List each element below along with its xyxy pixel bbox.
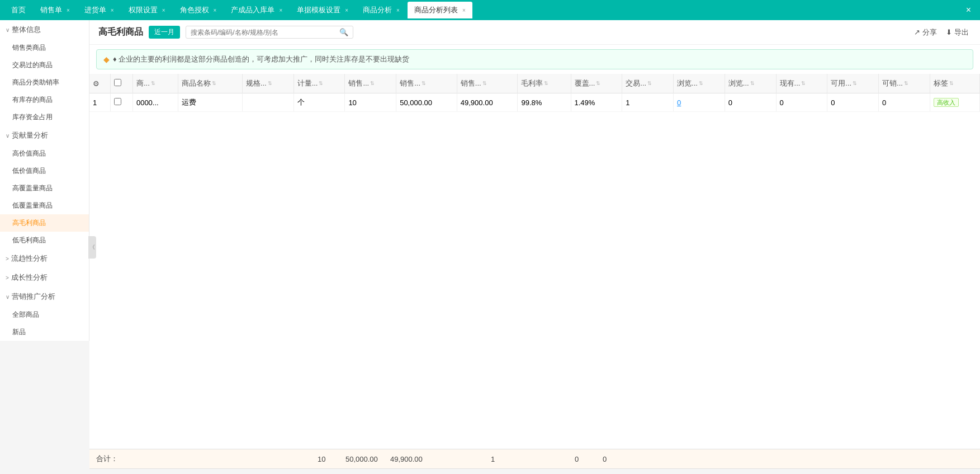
sort-icon-spec[interactable]: ⇅ bbox=[268, 81, 272, 86]
sidebar-item-4-0[interactable]: 全部商品 bbox=[0, 306, 89, 323]
footer-cell-5 bbox=[286, 455, 314, 463]
col-header-checkbox[interactable] bbox=[111, 74, 133, 93]
footer-cell-4 bbox=[253, 455, 286, 463]
sidebar-collapse-button[interactable]: 《 bbox=[88, 236, 96, 259]
nav-item-2[interactable]: 进货单× bbox=[78, 2, 121, 18]
nav-close-icon-2[interactable]: × bbox=[111, 7, 114, 13]
col-header-browse2[interactable]: 浏览...⇅ bbox=[725, 74, 776, 93]
col-header-coverage[interactable]: 覆盖...⇅ bbox=[571, 74, 622, 93]
nav-item-8[interactable]: 商品分析列表× bbox=[408, 2, 472, 18]
cell-link-browse1[interactable]: 0 bbox=[677, 98, 681, 107]
col-header-current_stock[interactable]: 现有...⇅ bbox=[776, 74, 827, 93]
sidebar: ∨整体信息销售类商品交易过的商品商品分类助销率有库存的商品库存资金占用∨贡献量分… bbox=[0, 20, 89, 341]
col-header-settings[interactable]: ⚙ bbox=[89, 74, 111, 93]
col-label-transaction: 交易... bbox=[626, 78, 646, 88]
sort-icon-sellable_stock[interactable]: ⇅ bbox=[904, 81, 908, 86]
sort-icon-available_stock[interactable]: ⇅ bbox=[853, 81, 857, 86]
nav-close-icon-1[interactable]: × bbox=[67, 7, 70, 13]
sort-icon-name[interactable]: ⇅ bbox=[212, 81, 216, 86]
export-button[interactable]: ⬇ 导出 bbox=[944, 26, 971, 39]
sort-icon-sales_qty[interactable]: ⇅ bbox=[370, 81, 375, 86]
sidebar-item-0-0[interactable]: 销售类商品 bbox=[0, 39, 89, 57]
col-label-sellable_stock: 可销... bbox=[882, 78, 903, 88]
share-button[interactable]: ↗ 分享 bbox=[912, 26, 939, 39]
col-header-sales_amount[interactable]: 销售...⇅ bbox=[396, 74, 457, 93]
col-header-sales_profit[interactable]: 销售...⇅ bbox=[457, 74, 518, 93]
sort-icon-current_stock[interactable]: ⇅ bbox=[801, 81, 806, 86]
nav-close-icon-4[interactable]: × bbox=[214, 7, 217, 13]
col-header-code[interactable]: 商...⇅ bbox=[132, 74, 178, 93]
search-icon[interactable]: 🔍 bbox=[339, 28, 348, 36]
sort-icon-coverage[interactable]: ⇅ bbox=[596, 81, 600, 86]
col-header-sales_qty[interactable]: 销售...⇅ bbox=[345, 74, 396, 93]
sort-icon-browse1[interactable]: ⇅ bbox=[699, 81, 703, 86]
col-header-transaction[interactable]: 交易...⇅ bbox=[622, 74, 674, 93]
col-header-available_stock[interactable]: 可用...⇅ bbox=[827, 74, 879, 93]
sidebar-item-1-3[interactable]: 低覆盖量商品 bbox=[0, 197, 89, 214]
col-header-gross_margin[interactable]: 毛利率⇅ bbox=[518, 74, 571, 93]
sort-icon-gross_margin[interactable]: ⇅ bbox=[544, 81, 548, 86]
nav-close-icon-8[interactable]: × bbox=[462, 7, 466, 13]
sidebar-item-1-4[interactable]: 高毛利商品 bbox=[0, 214, 89, 232]
bottom-scrollbar[interactable] bbox=[89, 468, 980, 474]
nav-item-5[interactable]: 产成品入库单× bbox=[224, 2, 289, 18]
sidebar-section-0[interactable]: ∨整体信息 bbox=[0, 20, 89, 39]
row-checkbox-0[interactable] bbox=[114, 98, 121, 105]
sidebar-item-1-5[interactable]: 低毛利商品 bbox=[0, 232, 89, 249]
nav-item-6[interactable]: 单据模板设置× bbox=[290, 2, 355, 18]
sort-icon-code[interactable]: ⇅ bbox=[151, 81, 155, 86]
sidebar-item-0-2[interactable]: 商品分类助销率 bbox=[0, 74, 89, 91]
nav-item-1[interactable]: 销售单× bbox=[34, 2, 77, 18]
nav-item-3[interactable]: 权限设置× bbox=[122, 2, 172, 18]
time-filter-button[interactable]: 近一月 bbox=[149, 26, 180, 39]
col-header-sellable_stock[interactable]: 可销...⇅ bbox=[879, 74, 930, 93]
content-area: 高毛利商品 近一月 🔍 ↗ 分享 ⬇ 导出 ◆ ♦ 企业的主要的利润都是这部分商… bbox=[89, 20, 980, 474]
cell-current_stock: 0 bbox=[776, 93, 827, 112]
sidebar-item-1-0[interactable]: 高价值商品 bbox=[0, 145, 89, 162]
sidebar-section-2[interactable]: >流趋性分析 bbox=[0, 249, 89, 268]
cell-browse2: 0 bbox=[725, 93, 776, 112]
nav-item-7[interactable]: 商品分析× bbox=[356, 2, 406, 18]
sort-icon-unit[interactable]: ⇅ bbox=[319, 81, 323, 86]
col-header-spec[interactable]: 规格...⇅ bbox=[242, 74, 293, 93]
sidebar-item-0-4[interactable]: 库存资金占用 bbox=[0, 109, 89, 126]
col-header-browse1[interactable]: 浏览...⇅ bbox=[674, 74, 725, 93]
nav-item-4[interactable]: 角色授权× bbox=[173, 2, 224, 18]
sidebar-item-1-2[interactable]: 高覆盖量商品 bbox=[0, 180, 89, 197]
sort-icon-tag[interactable]: ⇅ bbox=[949, 81, 954, 86]
nav-close-icon-6[interactable]: × bbox=[345, 7, 348, 13]
sidebar-item-0-1[interactable]: 交易过的商品 bbox=[0, 57, 89, 74]
nav-close-icon-7[interactable]: × bbox=[396, 7, 400, 13]
settings-icon[interactable]: ⚙ bbox=[93, 79, 100, 88]
search-input[interactable] bbox=[191, 29, 337, 36]
sidebar-item-0-3[interactable]: 有库存的商品 bbox=[0, 91, 89, 109]
footer-cell-15: 0 bbox=[599, 455, 627, 463]
col-header-tag[interactable]: 标签⇅ bbox=[930, 74, 979, 93]
close-window-button[interactable]: × bbox=[962, 3, 976, 17]
sidebar-section-4[interactable]: ∨营销推广分析 bbox=[0, 287, 89, 306]
col-header-unit[interactable]: 计量...⇅ bbox=[293, 74, 345, 93]
sidebar-item-1-1[interactable]: 低价值商品 bbox=[0, 162, 89, 180]
sidebar-section-3[interactable]: >成长性分析 bbox=[0, 268, 89, 287]
footer-total: 合计： 1050,000.0049,900.00100 bbox=[89, 449, 980, 468]
sidebar-item-4-1[interactable]: 新品 bbox=[0, 323, 89, 341]
footer-cell-7: 50,000.00 bbox=[342, 455, 387, 463]
col-header-name[interactable]: 商品名称⇅ bbox=[178, 74, 242, 93]
col-label-spec: 规格... bbox=[246, 78, 267, 88]
sort-icon-sales_amount[interactable]: ⇅ bbox=[422, 81, 426, 86]
section-arrow-icon: > bbox=[6, 256, 9, 262]
table-container[interactable]: ⚙商...⇅商品名称⇅规格...⇅计量...⇅销售...⇅销售...⇅销售...… bbox=[89, 74, 980, 449]
select-all-checkbox[interactable] bbox=[114, 79, 121, 86]
nav-item-0[interactable]: 首页 bbox=[4, 2, 32, 18]
sort-icon-browse2[interactable]: ⇅ bbox=[750, 81, 755, 86]
header-actions: ↗ 分享 ⬇ 导出 bbox=[912, 26, 971, 39]
sort-icon-sales_profit[interactable]: ⇅ bbox=[482, 81, 487, 86]
export-icon: ⬇ bbox=[946, 28, 952, 36]
sidebar-section-1[interactable]: ∨贡献量分析 bbox=[0, 126, 89, 145]
footer-cell-16 bbox=[627, 455, 655, 463]
nav-close-icon-3[interactable]: × bbox=[162, 7, 165, 13]
sort-icon-transaction[interactable]: ⇅ bbox=[647, 81, 652, 86]
cell-tag: 高收入 bbox=[930, 93, 979, 112]
nav-close-icon-5[interactable]: × bbox=[279, 7, 282, 13]
footer-cell-3 bbox=[197, 455, 253, 463]
